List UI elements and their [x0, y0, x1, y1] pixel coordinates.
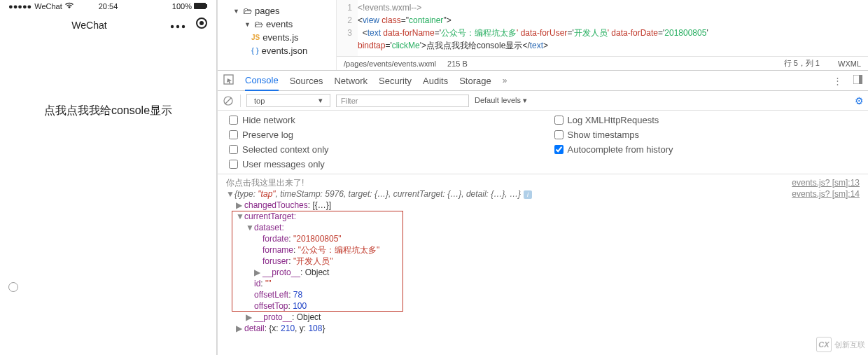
file-label: events.js [262, 32, 298, 43]
file-size: 215 B [447, 60, 773, 68]
console-line: id: "" [226, 278, 860, 289]
chevron-right-icon[interactable]: ▶ [236, 323, 244, 334]
devtools-tabbar: Console Sources Network Security Audits … [218, 70, 868, 91]
source-link[interactable]: events.js? [sm]:14 [778, 188, 860, 200]
console-line: ▶__proto__: Object [226, 312, 860, 323]
tab-audits[interactable]: Audits [423, 71, 448, 90]
simulator-panel: ●●●●● WeChat 20:54 100% WeChat 点我点我我给con… [0, 0, 217, 355]
file-path: /pages/events/events.wxml [344, 60, 436, 68]
console-filterbar: top▾ Filter Default levels ▾ ⚙ [218, 91, 868, 111]
tab-console[interactable]: Console [245, 71, 279, 91]
svg-point-4 [182, 25, 185, 28]
menu-dots-icon[interactable] [170, 18, 186, 32]
signal-icon: ●●●●● [8, 2, 31, 11]
sim-body: 点我点我我给console显示 [0, 37, 216, 355]
clear-console-icon[interactable] [222, 95, 234, 107]
hide-network-checkbox[interactable]: Hide network [229, 115, 543, 125]
file-tree[interactable]: ▼ 🗁 pages ▼ 🗁 events JS events.js { } ev… [218, 0, 337, 70]
nav-title: WeChat [8, 20, 170, 31]
line-gutter: 123 [337, 0, 358, 56]
battery-icon [194, 2, 208, 11]
clock-label: 20:54 [99, 2, 118, 11]
svg-point-3 [176, 25, 179, 28]
folder-label: pages [255, 6, 279, 16]
chevron-down-icon[interactable]: ▼ [226, 188, 234, 200]
context-select[interactable]: top▾ [246, 94, 330, 107]
autocomplete-checkbox[interactable]: Autocomplete from history [554, 144, 869, 155]
console-output[interactable]: 你点击我这里出来了! events.js? [sm]:13 ▼{type: "t… [218, 174, 868, 355]
console-line: 你点击我这里出来了! events.js? [sm]:13 [226, 177, 860, 188]
editor-statusbar: /pages/events/events.wxml 215 B 行 5，列 1 … [337, 56, 868, 70]
folder-icon: 🗁 [243, 6, 252, 16]
svg-rect-1 [206, 4, 207, 8]
console-line: ▶detail: {x: 210, y: 108} [226, 323, 860, 334]
tab-security[interactable]: Security [379, 71, 412, 90]
chevron-down-icon: ▼ [244, 21, 251, 28]
folder-label: events [266, 19, 293, 29]
file-events-js[interactable]: JS events.js [218, 31, 336, 44]
json-icon: { } [251, 47, 259, 55]
tab-network[interactable]: Network [334, 71, 368, 90]
console-line: offsetTop: 100 [226, 300, 860, 312]
show-timestamps-checkbox[interactable]: Show timestamps [554, 130, 869, 140]
console-line: forname: "公众号：编程坑太多" [226, 244, 860, 256]
main-panel: ▼ 🗁 pages ▼ 🗁 events JS events.js { } ev… [217, 0, 868, 355]
carrier-label: WeChat [34, 2, 62, 11]
kebab-menu-icon[interactable]: ⋮ [833, 76, 842, 86]
console-line: ▶changedTouches: [{…}] [226, 200, 860, 211]
battery-label: 100% [172, 2, 192, 11]
svg-rect-9 [859, 75, 862, 84]
info-badge-icon[interactable]: i [524, 190, 532, 199]
gear-icon[interactable]: ⚙ [855, 95, 864, 106]
svg-point-2 [171, 25, 174, 28]
console-settings: Hide network Preserve log Selected conte… [218, 111, 868, 174]
console-line: ▼{type: "tap", timeStamp: 5976, target: … [226, 188, 860, 200]
chevron-right-icon[interactable]: ▶ [254, 267, 262, 278]
console-line: ▼currentTarget: [226, 211, 860, 222]
wifi-icon [65, 2, 74, 11]
watermark-text: 创新互联 [834, 340, 865, 350]
target-icon[interactable] [195, 17, 208, 33]
language-label: WXML [831, 60, 861, 68]
cursor-position: 行 5，列 1 [784, 58, 820, 69]
sim-bottom-icon [8, 282, 18, 292]
svg-rect-0 [194, 3, 206, 9]
folder-icon: 🗁 [254, 19, 263, 29]
levels-select[interactable]: Default levels ▾ [475, 96, 527, 105]
source-link[interactable]: events.js? [sm]:13 [778, 177, 860, 188]
filter-input[interactable]: Filter [336, 95, 469, 107]
tab-sources[interactable]: Sources [290, 71, 323, 90]
svg-line-11 [225, 98, 231, 104]
chevron-down-icon[interactable]: ▼ [236, 211, 244, 222]
folder-pages[interactable]: ▼ 🗁 pages [218, 4, 336, 18]
user-messages-checkbox[interactable]: User messages only [229, 159, 543, 169]
chevron-down-icon: ▾ [523, 96, 527, 104]
preserve-log-checkbox[interactable]: Preserve log [229, 130, 543, 140]
log-xhr-checkbox[interactable]: Log XMLHttpRequests [554, 115, 869, 125]
chevron-down-icon[interactable]: ▼ [246, 222, 254, 233]
console-line: ▶__proto__: Object [226, 267, 860, 278]
more-tabs-icon[interactable]: » [503, 76, 507, 85]
watermark: CX 创新互联 [816, 337, 865, 352]
sim-navbar: WeChat [0, 13, 216, 37]
inspect-icon[interactable] [223, 74, 234, 87]
dock-icon[interactable] [853, 75, 862, 86]
chevron-right-icon[interactable]: ▶ [246, 312, 254, 323]
console-line: ▼dataset: [226, 222, 860, 233]
chevron-down-icon: ▾ [318, 96, 323, 105]
tap-me-text[interactable]: 点我点我我给console显示 [0, 104, 216, 118]
chevron-right-icon[interactable]: ▶ [236, 200, 244, 211]
selected-context-checkbox[interactable]: Selected context only [229, 144, 543, 155]
folder-events[interactable]: ▼ 🗁 events [218, 18, 336, 31]
console-line: foruser: "开发人员" [226, 256, 860, 267]
console-line: offsetLeft: 78 [226, 289, 860, 300]
code-editor[interactable]: 123 <!events.wxml--> <view class="contai… [337, 0, 868, 70]
code-content[interactable]: <!events.wxml--> <view class="container"… [358, 0, 868, 56]
tab-storage[interactable]: Storage [459, 71, 491, 90]
chevron-down-icon: ▼ [233, 8, 240, 15]
file-events-json[interactable]: { } events.json [218, 44, 336, 57]
svg-point-6 [200, 21, 204, 25]
watermark-logo-icon: CX [816, 337, 832, 352]
console-line: fordate: "201800805" [226, 233, 860, 244]
file-label: events.json [262, 46, 308, 56]
